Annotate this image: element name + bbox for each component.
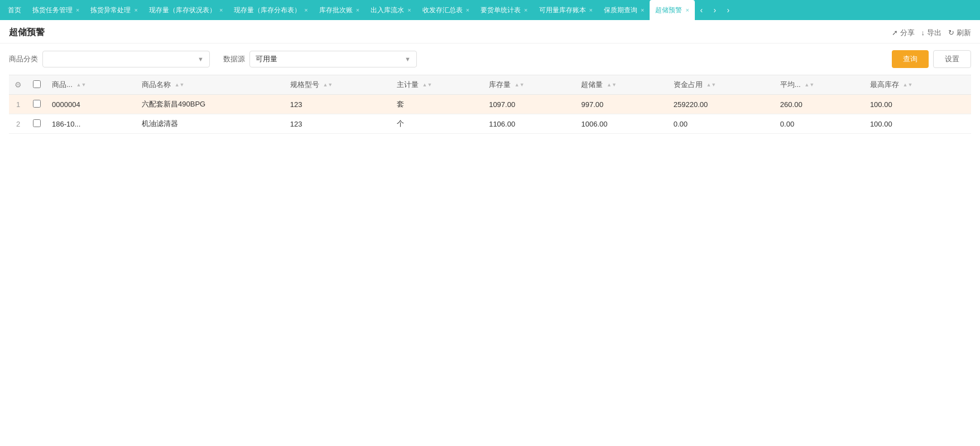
col-max[interactable]: 最高库存 ▲▼ bbox=[864, 75, 971, 95]
export-button[interactable]: ↓ 导出 bbox=[921, 28, 942, 38]
close-icon[interactable]: × bbox=[219, 7, 223, 13]
chevron-down-icon: ▼ bbox=[198, 56, 204, 62]
header-actions: ➚ 分享 ↓ 导出 ↻ 刷新 bbox=[892, 28, 972, 38]
nav-item-pick-abnormal[interactable]: 拣货异常处理 × bbox=[85, 0, 143, 20]
sort-icon: ▲▼ bbox=[706, 83, 716, 88]
close-icon[interactable]: × bbox=[76, 7, 79, 13]
close-icon[interactable]: × bbox=[134, 7, 137, 13]
nav-label-flow: 出入库流水 bbox=[371, 6, 404, 15]
row-stock: 1097.00 bbox=[483, 95, 575, 114]
nav-item-quality[interactable]: 保质期查询 × bbox=[598, 0, 650, 20]
category-filter: 商品分类 ▼ bbox=[9, 51, 210, 67]
nav-item-flow[interactable]: 出入库流水 × bbox=[365, 0, 416, 20]
refresh-label: 刷新 bbox=[957, 28, 971, 38]
nav-label-available: 可用量库存账本 bbox=[539, 6, 586, 15]
row-spec: 123 bbox=[285, 114, 391, 134]
close-icon[interactable]: × bbox=[685, 7, 689, 13]
close-icon[interactable]: × bbox=[641, 7, 644, 13]
nav-item-home[interactable]: 首页 bbox=[2, 0, 27, 20]
nav-item-overstock[interactable]: 超储预警 × bbox=[650, 0, 694, 20]
export-label: 导出 bbox=[927, 28, 941, 38]
close-icon[interactable]: × bbox=[407, 7, 411, 13]
table-row: 1 0000004 六配套新昌490BPG 123 套 1097.00 997.… bbox=[9, 95, 971, 114]
row-unit: 个 bbox=[391, 114, 483, 134]
col-settings: ⚙ bbox=[9, 75, 27, 95]
row-number: 1 bbox=[9, 95, 27, 114]
row-over: 997.00 bbox=[575, 95, 667, 114]
close-icon[interactable]: × bbox=[356, 7, 359, 13]
nav-item-stock-status[interactable]: 现存量（库存状况表） × bbox=[143, 0, 228, 20]
chevron-down-icon: ▼ bbox=[405, 56, 411, 62]
nav-item-summary[interactable]: 收发存汇总表 × bbox=[417, 0, 475, 20]
row-unit: 套 bbox=[391, 95, 483, 114]
row-code: 0000004 bbox=[46, 95, 136, 114]
row-checkbox-cell bbox=[27, 114, 46, 134]
nav-label-quality: 保质期查询 bbox=[604, 6, 637, 15]
nav-item-order-stats[interactable]: 要货单统计表 × bbox=[475, 0, 533, 20]
col-avg[interactable]: 平均... ▲▼ bbox=[775, 75, 864, 95]
row-checkbox[interactable] bbox=[33, 100, 41, 108]
nav-item-batch[interactable]: 库存批次账 × bbox=[314, 0, 365, 20]
nav-label-overstock: 超储预警 bbox=[655, 6, 682, 15]
row-avg: 0.00 bbox=[775, 114, 864, 134]
nav-prev-arrow[interactable]: ‹ bbox=[695, 0, 708, 20]
gear-icon[interactable]: ⚙ bbox=[15, 80, 22, 89]
sort-icon: ▲▼ bbox=[607, 83, 617, 88]
nav-item-available[interactable]: 可用量库存账本 × bbox=[534, 0, 598, 20]
row-capital: 259220.00 bbox=[668, 95, 775, 114]
filter-bar: 商品分类 ▼ 数据源 可用量 ▼ 查询 设置 bbox=[0, 43, 980, 75]
nav-next-arrow[interactable]: › bbox=[708, 0, 722, 20]
col-checkbox bbox=[27, 75, 46, 95]
top-navigation: 首页 拣货任务管理 × 拣货异常处理 × 现存量（库存状况表） × 现存量（库存… bbox=[0, 0, 980, 20]
close-icon[interactable]: × bbox=[466, 7, 469, 13]
close-icon[interactable]: × bbox=[589, 7, 593, 13]
nav-menu-arrow[interactable]: › bbox=[722, 0, 735, 20]
nav-label-order-stats: 要货单统计表 bbox=[481, 6, 521, 15]
nav-item-stock-dist[interactable]: 现存量（库存分布表） × bbox=[228, 0, 313, 20]
row-stock: 1106.00 bbox=[483, 114, 575, 134]
row-checkbox-cell bbox=[27, 95, 46, 114]
share-icon: ➚ bbox=[892, 28, 898, 37]
nav-item-pick-task[interactable]: 拣货任务管理 × bbox=[27, 0, 85, 20]
row-max: 100.00 bbox=[864, 95, 971, 114]
nav-label-pick-abnormal: 拣货异常处理 bbox=[90, 6, 131, 15]
query-button[interactable]: 查询 bbox=[892, 50, 929, 68]
row-capital: 0.00 bbox=[668, 114, 775, 134]
col-name[interactable]: 商品名称 ▲▼ bbox=[136, 75, 285, 95]
refresh-button[interactable]: ↻ 刷新 bbox=[948, 28, 971, 38]
row-code: 186-10... bbox=[46, 114, 136, 134]
sort-icon: ▲▼ bbox=[804, 83, 814, 88]
share-button[interactable]: ➚ 分享 bbox=[892, 28, 915, 38]
datasource-select[interactable]: 可用量 ▼ bbox=[249, 51, 417, 67]
col-unit[interactable]: 主计量 ▲▼ bbox=[391, 75, 483, 95]
page-title: 超储预警 bbox=[9, 27, 45, 38]
col-over[interactable]: 超储量 ▲▼ bbox=[575, 75, 667, 95]
table-container: ⚙ 商品... ▲▼ 商品名称 ▲▼ 规格型号 ▲▼ bbox=[0, 75, 980, 134]
sort-icon: ▲▼ bbox=[76, 83, 86, 88]
row-avg: 260.00 bbox=[775, 95, 864, 114]
row-number: 2 bbox=[9, 114, 27, 134]
sort-icon: ▲▼ bbox=[515, 83, 525, 88]
datasource-filter: 数据源 可用量 ▼ bbox=[223, 51, 417, 67]
close-icon[interactable]: × bbox=[524, 7, 527, 13]
datasource-value: 可用量 bbox=[256, 54, 277, 64]
close-icon[interactable]: × bbox=[304, 7, 308, 13]
nav-label-home: 首页 bbox=[8, 6, 21, 15]
settings-button[interactable]: 设置 bbox=[933, 50, 971, 68]
sort-icon: ▲▼ bbox=[422, 83, 432, 88]
export-icon: ↓ bbox=[921, 28, 925, 37]
col-stock[interactable]: 库存量 ▲▼ bbox=[483, 75, 575, 95]
data-table: ⚙ 商品... ▲▼ 商品名称 ▲▼ 规格型号 ▲▼ bbox=[9, 75, 971, 134]
col-spec[interactable]: 规格型号 ▲▼ bbox=[285, 75, 391, 95]
table-row: 2 186-10... 机油滤清器 123 个 1106.00 1006.00 … bbox=[9, 114, 971, 134]
sort-icon: ▲▼ bbox=[175, 83, 185, 88]
category-select[interactable]: ▼ bbox=[42, 51, 210, 67]
nav-label-stock-status: 现存量（库存状况表） bbox=[149, 6, 216, 15]
select-all-checkbox[interactable] bbox=[33, 80, 41, 88]
page-header: 超储预警 ➚ 分享 ↓ 导出 ↻ 刷新 bbox=[0, 20, 980, 43]
row-checkbox[interactable] bbox=[33, 119, 41, 127]
col-capital[interactable]: 资金占用 ▲▼ bbox=[668, 75, 775, 95]
col-code[interactable]: 商品... ▲▼ bbox=[46, 75, 136, 95]
category-label: 商品分类 bbox=[9, 54, 38, 64]
sort-icon: ▲▼ bbox=[903, 83, 913, 88]
